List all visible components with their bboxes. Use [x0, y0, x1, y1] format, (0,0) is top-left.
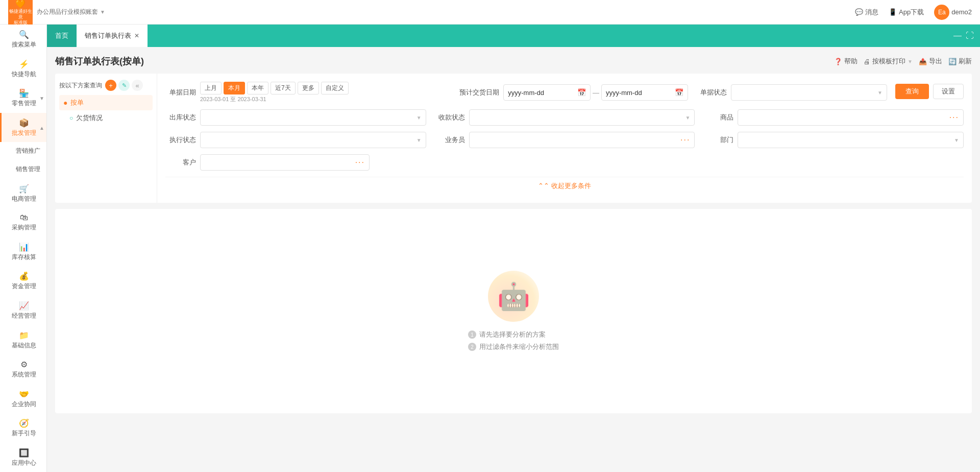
- collapse-scheme-btn[interactable]: «: [132, 80, 143, 91]
- scheme-sub-icon: ○: [69, 114, 73, 122]
- sidebar-item-purchase[interactable]: 🛍 采购管理: [0, 208, 46, 237]
- sidebar-item-retail[interactable]: 🏪 零售管理 ▼: [0, 83, 46, 113]
- doc-status-label: 单据状态: [696, 88, 727, 97]
- sidebar-item-sales-mgmt[interactable]: 销售管理: [0, 160, 46, 179]
- template-print-btn[interactable]: 🖨 按模板打印 ▼: [864, 57, 913, 66]
- tab-bar-actions: — ⛶: [953, 31, 980, 40]
- app-center-icon: 🔲: [19, 448, 29, 458]
- filter-field-exec-status: 执行状态 ▼: [165, 132, 426, 148]
- sidebar-item-newbie[interactable]: 🧭 新手引导: [0, 413, 46, 443]
- collapse-more-btn[interactable]: ⌃⌃ 收起更多条件: [165, 177, 964, 195]
- sidebar-item-marketing[interactable]: 营销推广: [0, 142, 46, 160]
- message-action[interactable]: 💬 消息: [855, 8, 878, 17]
- tab-expand-btn[interactable]: ⛶: [966, 31, 974, 40]
- goods-dots-icon: ···: [949, 113, 959, 122]
- results-area: 🤖 1 请先选择要分析的方案 2 用过滤条件来缩小分析范围: [55, 209, 972, 413]
- collapse-arrow-icon: ⌃⌃: [538, 182, 551, 190]
- sidebar-item-operations[interactable]: 📈 经营管理: [0, 296, 46, 325]
- sidebar: 🔍 搜索菜单 ⚡ 快捷导航 🏪 零售管理 ▼ 📦 批发管理 ▲ 营销推广 销售管…: [0, 25, 47, 472]
- page-header: 销售订单执行表(按单) ❓ 帮助 🖨 按模板打印 ▼ 📤 导出: [55, 55, 972, 67]
- filter-field-date: 单据日期 上月 本月 本年 近7天 更多 自定义: [165, 82, 451, 103]
- period-custom[interactable]: 自定义: [321, 82, 349, 95]
- delivery-status-arrow: ▼: [416, 115, 422, 121]
- period-last-month[interactable]: 上月: [200, 82, 222, 95]
- delivery-status-select[interactable]: ▼: [200, 109, 426, 126]
- filter-row-1: 单据日期 上月 本月 本年 近7天 更多 自定义: [165, 82, 964, 103]
- wholesale-expand-arrow: ▲: [39, 125, 44, 130]
- top-header-right: 💬 消息 📱 App下载 Ea demo2: [855, 5, 972, 20]
- refresh-icon: 🔄: [948, 58, 957, 65]
- sidebar-item-ecommerce[interactable]: 🛒 电商管理: [0, 179, 46, 208]
- calendar-from-icon: 📅: [577, 88, 586, 97]
- dept-arrow: ▼: [954, 137, 959, 143]
- period-this-year[interactable]: 本年: [247, 82, 268, 95]
- empty-tip-2: 2 用过滤条件来缩小分析范围: [468, 342, 559, 351]
- filter-field-doc-status: 单据状态 ▼: [696, 84, 887, 101]
- salesperson-label: 业务员: [434, 135, 465, 145]
- goods-label: 商品: [703, 113, 733, 122]
- dept-label: 部门: [703, 135, 733, 145]
- tab-home[interactable]: 首页: [47, 25, 77, 47]
- customer-select[interactable]: ···: [200, 154, 370, 171]
- doc-status-select[interactable]: ▼: [731, 84, 887, 101]
- export-btn[interactable]: 📤 导出: [919, 57, 942, 66]
- empty-tips: 1 请先选择要分析的方案 2 用过滤条件来缩小分析范围: [468, 330, 559, 351]
- print-dropdown-arrow: ▼: [908, 59, 913, 64]
- period-7days[interactable]: 近7天: [271, 82, 296, 95]
- scheme-item-by-order[interactable]: ● 按单: [59, 95, 153, 110]
- settings-btn[interactable]: 设置: [933, 84, 964, 99]
- filter-row-2: 出库状态 ▼ 收款状态 ▼: [165, 109, 964, 126]
- customer-dots-icon: ···: [355, 158, 365, 167]
- app-download-action[interactable]: 📱 App下载: [889, 8, 924, 17]
- quick-nav-icon: ⚡: [19, 59, 29, 69]
- period-more[interactable]: 更多: [298, 82, 319, 95]
- refresh-btn[interactable]: 🔄 刷新: [948, 57, 972, 66]
- edit-scheme-btn[interactable]: ✎: [118, 80, 130, 91]
- filter-panel-inner: 按以下方案查询 + ✎ « ● 按单 ○: [55, 74, 972, 203]
- filter-row-3: 执行状态 ▼ 业务员 ···: [165, 132, 964, 148]
- filter-field-customer: 客户 ···: [165, 154, 370, 171]
- expected-date-range: yyyy-mm-dd 📅 — yyyy-mm-dd 📅: [503, 84, 688, 101]
- sidebar-item-finance[interactable]: 💰 资金管理: [0, 266, 46, 296]
- export-icon: 📤: [919, 58, 927, 65]
- tab-sales-order[interactable]: 销售订单执行表 ✕: [77, 25, 148, 47]
- sidebar-item-quick-nav[interactable]: ⚡ 快捷导航: [0, 54, 46, 84]
- dept-select[interactable]: ▼: [738, 132, 964, 148]
- sidebar-item-wholesale[interactable]: 📦 批发管理 ▲: [0, 113, 46, 143]
- exec-status-select[interactable]: ▼: [200, 132, 426, 148]
- collab-icon: 🤝: [19, 389, 29, 399]
- help-btn[interactable]: ❓ 帮助: [834, 57, 857, 66]
- inventory-icon: 📊: [19, 242, 29, 252]
- payment-status-select[interactable]: ▼: [469, 109, 695, 126]
- sidebar-item-app-center[interactable]: 🔲 应用中心: [0, 443, 46, 472]
- page-title: 销售订单执行表(按单): [55, 55, 144, 67]
- top-header: 🧡 畅捷通好生意 标准版 办公用品行业模拟账套 ▼ 💬 消息 📱 App下载 E…: [0, 0, 980, 25]
- query-btn[interactable]: 查询: [895, 84, 929, 99]
- sidebar-item-inventory[interactable]: 📊 库存核算: [0, 237, 46, 267]
- salesperson-select[interactable]: ···: [469, 132, 695, 148]
- customer-label: 客户: [165, 158, 196, 167]
- avatar: Ea: [934, 5, 949, 20]
- scheme-item-shortage[interactable]: ○ 欠货情况: [59, 110, 153, 126]
- add-scheme-btn[interactable]: +: [105, 80, 116, 91]
- company-dropdown-arrow[interactable]: ▼: [100, 9, 105, 15]
- exec-status-arrow: ▼: [416, 137, 422, 143]
- logo: 🧡 畅捷通好生意 标准版: [8, 0, 33, 25]
- company-title[interactable]: 办公用品行业模拟账套 ▼: [37, 8, 105, 16]
- tab-close-icon[interactable]: ✕: [134, 32, 139, 39]
- user-profile[interactable]: Ea demo2: [934, 5, 972, 20]
- sidebar-item-system[interactable]: ⚙ 系统管理: [0, 355, 46, 384]
- sidebar-item-search[interactable]: 🔍 搜索菜单: [0, 25, 46, 54]
- period-this-month[interactable]: 本月: [224, 82, 245, 95]
- calendar-to-icon: 📅: [675, 88, 683, 97]
- operations-icon: 📈: [19, 301, 29, 311]
- top-header-left: 🧡 畅捷通好生意 标准版 办公用品行业模拟账套 ▼: [8, 0, 105, 25]
- sidebar-item-enterprise-collab[interactable]: 🤝 企业协同: [0, 384, 46, 414]
- tab-minimize-btn[interactable]: —: [953, 31, 962, 40]
- filter-row-4: 客户 ···: [165, 154, 964, 171]
- filter-field-delivery-status: 出库状态 ▼: [165, 109, 426, 126]
- goods-select[interactable]: ···: [738, 109, 964, 126]
- sidebar-item-basic-info[interactable]: 📁 基础信息: [0, 325, 46, 355]
- expected-date-from[interactable]: yyyy-mm-dd 📅: [503, 84, 591, 101]
- expected-date-to[interactable]: yyyy-mm-dd 📅: [601, 84, 689, 101]
